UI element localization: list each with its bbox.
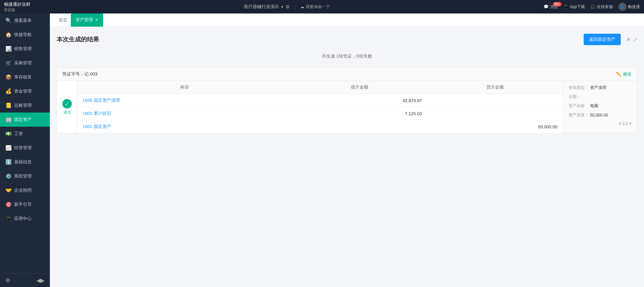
tab-bar: 首页 资产管理 ✕	[50, 13, 644, 27]
col-header-subject: 科目	[77, 81, 292, 94]
topbar-center: 医疗器械行业演示 ▾ ⚙ | ☁ 我要体验一下	[244, 4, 330, 10]
sidebar-item-ledger[interactable]: 📒 总账管理	[0, 98, 50, 113]
date-label: 日期：	[569, 94, 581, 100]
success-icon: ✓	[62, 99, 72, 108]
asset-value-row: 资产原值： 50,000.00	[569, 112, 632, 118]
next-page-button[interactable]: >	[629, 121, 632, 126]
system-icon: ⚙️	[5, 173, 11, 179]
sidebar-item-fixed-assets[interactable]: 🏢 固定资产	[0, 113, 50, 127]
asset-name-label: 资产名称：	[569, 103, 589, 109]
pagination-info: 1/1	[622, 121, 629, 126]
side-panel: 变动类型： 资产清理 日期： 资产名称： 电脑 资产原值：	[563, 81, 637, 133]
asset-name-value: 电脑	[590, 103, 598, 109]
voucher-table: 科目 借方金额 贷方金额 1606 固定资产清理 42,874.97	[77, 81, 563, 133]
col-header-debit: 借方金额	[292, 81, 427, 94]
user-menu[interactable]: 👤 畅捷通	[618, 3, 640, 11]
sidebar-item-system[interactable]: ⚙️ 系统管理	[0, 169, 50, 183]
table-row: 1606 固定资产清理 42,874.97	[77, 94, 563, 107]
avatar: 👤	[618, 3, 626, 11]
settings-bottom-icon[interactable]: ⚙	[5, 277, 10, 284]
topbar-right: 💬 消息 99+ 📱 App下载 🎧 在线客服 👤 畅捷通	[544, 3, 640, 11]
app-logo: 畅捷通好业财 普及版	[4, 1, 30, 12]
page-content: 本次生成的结果 返回固定资产 ✕ ⤢ 共生成 1张凭证，0张失败 凭证字号：记-…	[50, 27, 644, 287]
edit-icon: ✏️	[616, 72, 621, 77]
table-row: 1601 固定资产 50,000.00	[77, 120, 563, 133]
subject-cell-1: 1606 固定资产清理	[77, 94, 292, 107]
asset-value-value: 50,000.00	[590, 113, 608, 118]
credit-cell-1	[427, 94, 563, 107]
prev-page-button[interactable]: <	[619, 121, 621, 126]
sales-icon: 📊	[5, 46, 11, 52]
sidebar: 🔍 搜索菜单 🏠 快捷导航 📊 销售管理 🛒 采购管理 📦 库存核算 💰 资金管…	[0, 13, 50, 287]
download-icon: 📱	[563, 4, 569, 9]
experience-button[interactable]: ☁ 我要体验一下	[300, 4, 330, 10]
cloud-icon: ☁	[300, 4, 304, 9]
sidebar-item-inventory[interactable]: 📦 库存核算	[0, 70, 50, 84]
voucher-edit-button[interactable]: ✏️ 修改	[616, 71, 632, 77]
sidebar-item-enterprise[interactable]: 🤝 企业协同	[0, 183, 50, 197]
payroll-icon: 💵	[5, 131, 11, 137]
sidebar-item-app-center[interactable]: 📱 应用中心	[0, 212, 50, 226]
resize-panel-icon[interactable]: ⤢	[633, 37, 637, 42]
change-type-row: 变动类型： 资产清理	[569, 85, 632, 91]
enterprise-icon: 🤝	[5, 187, 11, 193]
debit-cell-2: 7,125.03	[292, 107, 427, 120]
return-button[interactable]: 返回固定资产	[584, 34, 621, 45]
sidebar-item-funds[interactable]: 💰 资金管理	[0, 84, 50, 98]
collapse-icon[interactable]: ◀▶	[36, 277, 44, 284]
summary-info: 共生成 1张凭证，0张失败	[57, 51, 637, 62]
success-label: 成功	[63, 110, 71, 115]
asset-name-row: 资产名称： 电脑	[569, 103, 632, 109]
tab-close-icon[interactable]: ✕	[95, 18, 98, 22]
fixed-assets-icon: 🏢	[5, 117, 11, 123]
sidebar-item-payroll[interactable]: 💵 工资	[0, 127, 50, 141]
tab-asset-management[interactable]: 资产管理 ✕	[71, 13, 103, 27]
messages-badge: 99+	[553, 2, 561, 6]
sidebar-item-quick-nav[interactable]: 🏠 快捷导航	[0, 28, 50, 42]
company-name: 医疗器械行业演示	[244, 4, 279, 10]
topbar: 畅捷通好业财 普及版 医疗器械行业演示 ▾ ⚙ | ☁ 我要体验一下 💬 消息 …	[0, 0, 644, 13]
voucher-header: 凭证字号：记-003 ✏️ 修改	[57, 68, 637, 81]
app-version: 普及版	[4, 7, 30, 12]
page-title-row: 本次生成的结果 返回固定资产 ✕ ⤢	[57, 34, 637, 45]
home-icon: 🏠	[5, 32, 11, 38]
subject-cell-3: 1601 固定资产	[77, 120, 292, 133]
guide-icon: 🎯	[5, 201, 11, 208]
topbar-left: 畅捷通好业财 普及版	[4, 1, 30, 12]
tab-home[interactable]: 首页	[55, 17, 71, 23]
asset-value-label: 资产原值：	[569, 112, 589, 118]
close-panel-icon[interactable]: ✕	[626, 36, 631, 43]
voucher-body: ✓ 成功 科目 借方金额 贷方金额	[57, 81, 637, 133]
message-icon: 💬	[544, 4, 549, 9]
voucher-table-container: 科目 借方金额 贷方金额 1606 固定资产清理 42,874.97	[77, 81, 563, 133]
online-service-button[interactable]: 🎧 在线客服	[590, 4, 613, 10]
funds-icon: 💰	[5, 88, 11, 94]
credit-cell-3: 50,000.00	[427, 120, 563, 133]
debit-cell-3	[292, 120, 427, 133]
sidebar-item-sales[interactable]: 📊 销售管理	[0, 42, 50, 56]
content-area: 首页 资产管理 ✕ 本次生成的结果 返回固定资产 ✕ ⤢ 共生成 1张凭证，0张…	[50, 13, 644, 287]
app-download-button[interactable]: 📱 App下载	[563, 4, 585, 10]
basic-info-icon: ℹ️	[5, 159, 11, 165]
date-row: 日期：	[569, 94, 632, 100]
messages-button[interactable]: 💬 消息 99+	[544, 4, 558, 10]
change-type-value: 资产清理	[590, 85, 606, 91]
sidebar-item-search[interactable]: 🔍 搜索菜单	[0, 13, 50, 28]
pagination: < 1/1 >	[569, 121, 632, 126]
sidebar-item-basic-info[interactable]: ℹ️ 基础信息	[0, 155, 50, 169]
col-header-credit: 贷方金额	[427, 81, 563, 94]
sidebar-item-operations[interactable]: 📈 经营管理	[0, 141, 50, 155]
settings-icon[interactable]: ⚙	[285, 4, 290, 9]
company-dropdown-icon[interactable]: ▾	[281, 4, 283, 9]
operations-icon: 📈	[5, 145, 11, 151]
sidebar-item-purchase[interactable]: 🛒 采购管理	[0, 56, 50, 70]
search-icon: 🔍	[5, 18, 11, 24]
voucher-card: 凭证字号：记-003 ✏️ 修改 ✓ 成功	[57, 67, 637, 133]
page-title: 本次生成的结果	[57, 35, 99, 43]
table-row: 1602 累计折旧 7,125.03	[77, 107, 563, 120]
sidebar-bottom: ⚙ ◀▶	[0, 274, 50, 287]
voucher-number: 凭证字号：记-003	[62, 71, 97, 77]
credit-cell-2	[427, 107, 563, 120]
app-center-icon: 📱	[5, 216, 11, 222]
sidebar-item-guide[interactable]: 🎯 新手引导	[0, 197, 50, 212]
